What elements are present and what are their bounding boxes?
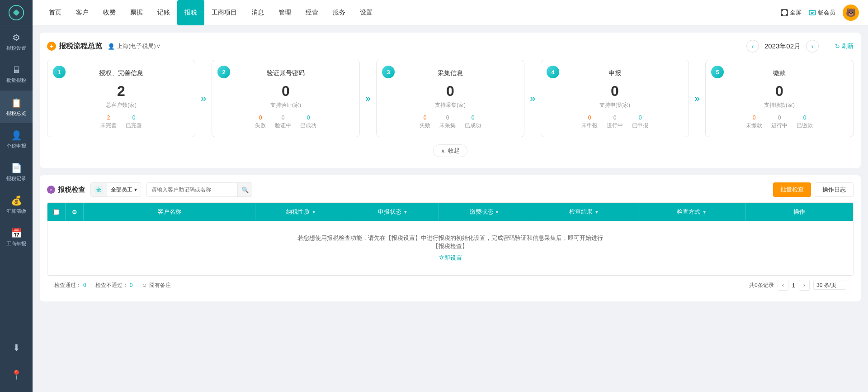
svg-rect-1	[781, 10, 788, 16]
table-footer: 检查通过： 0 检查不通过： 0 ☺ 囧有备注 共0条记录 ‹ 1	[47, 276, 854, 294]
first-page-btn[interactable]: ‹	[778, 280, 788, 291]
location-tag[interactable]: 👤 上海(电子税局)∨	[108, 42, 161, 50]
next-page-btn[interactable]: ›	[799, 280, 810, 291]
setup-link[interactable]: 立即设置	[292, 254, 609, 262]
stat-label-complete: 已完善	[126, 122, 142, 129]
svg-rect-2	[809, 10, 816, 15]
nav-operations[interactable]: 经营	[298, 0, 326, 25]
stat-success-2[interactable]: 0 已成功	[300, 115, 316, 129]
nav-management[interactable]: 管理	[271, 0, 298, 25]
step-number-1: 1	[53, 66, 66, 78]
prev-month-btn[interactable]: ‹	[746, 40, 759, 53]
stat-failed-3[interactable]: 0 失败	[420, 115, 430, 129]
stat-undeclared-4[interactable]: 0 未申报	[581, 115, 598, 129]
sidebar-item-label: 工商年报	[6, 240, 26, 247]
footer-pass-stat: 检查通过： 0	[54, 282, 86, 289]
member-btn[interactable]: 畅会员	[809, 9, 835, 17]
th-nature[interactable]: 纳税性质 ▼	[255, 203, 347, 221]
sidebar-item-tax-settings[interactable]: ⚙ 报税设置	[0, 25, 33, 58]
collapse-btn[interactable]: ∧ 收起	[433, 144, 467, 157]
nav-tax[interactable]: 报税	[177, 0, 204, 25]
sidebar-item-tax-overview[interactable]: 📋 报税总览	[0, 91, 33, 123]
th-gear[interactable]: ⚙	[66, 203, 84, 221]
sidebar-item-settlement[interactable]: 💰 汇算清缴	[0, 188, 33, 221]
nav-settings[interactable]: 设置	[353, 0, 380, 25]
staff-filter-select[interactable]: 全部员工 ▾	[107, 183, 141, 196]
nav-services[interactable]: 服务	[326, 0, 353, 25]
step-title-2: 验证账号密码	[219, 67, 352, 77]
nav-business[interactable]: 工商项目	[204, 0, 244, 25]
th-checkbox[interactable]	[47, 203, 66, 221]
stat-uncollected-3[interactable]: 0 未采集	[439, 115, 456, 129]
sidebar-item-tax-records[interactable]: 📄 报税记录	[0, 156, 33, 188]
fail-count-link[interactable]: 0	[130, 282, 133, 288]
step-stats-3: 0 失败 0 未采集 0 已成功	[384, 115, 517, 129]
stat-inprogress-4[interactable]: 0 进行中	[607, 115, 623, 129]
nav-messages[interactable]: 消息	[244, 0, 271, 25]
section-header: ○ 报税检查 全 全部员工 ▾ 🔍	[47, 182, 854, 197]
empty-message: 若您想使用报税检查功能，请先在【报税设置】中进行报税的初始化设置，完成密码验证和…	[292, 234, 609, 250]
sidebar-item-label: 批量报税	[6, 77, 26, 84]
stat-success-3[interactable]: 0 已成功	[465, 115, 481, 129]
sidebar-item-annual-report[interactable]: 📅 工商年报	[0, 221, 33, 253]
process-overview-card: + 报税流程总览 👤 上海(电子税局)∨ ‹ 2023年02月 › ↻ 刷新	[40, 33, 861, 168]
th-result[interactable]: 检查结果 ▼	[530, 203, 638, 221]
sidebar-item-download[interactable]: ⬇	[0, 335, 33, 360]
stat-complete[interactable]: 0 已完善	[126, 115, 142, 129]
card-header: + 报税流程总览 👤 上海(电子税局)∨ ‹ 2023年02月 › ↻ 刷新	[47, 40, 854, 53]
step-arrow-1: »	[195, 60, 212, 137]
process-steps: 1 授权、完善信息 2 总客户数(家) 2 未完善 0 已完善	[47, 60, 854, 137]
filter-result-icon: ▼	[594, 210, 599, 215]
gear-icon: ⚙	[72, 209, 77, 215]
stat-pending-2[interactable]: 0 验证中	[275, 115, 291, 129]
sidebar-item-personal-tax[interactable]: 👤 个税申报	[0, 123, 33, 156]
batch-check-btn[interactable]: 批量检查	[773, 182, 811, 197]
step-title-1: 授权、完善信息	[55, 67, 188, 77]
has-note: ☺ 囧有备注	[142, 282, 170, 289]
stat-inprogress-5[interactable]: 0 进行中	[771, 115, 788, 129]
nav-accounting[interactable]: 记账	[150, 0, 177, 25]
refresh-btn[interactable]: ↻ 刷新	[835, 42, 854, 50]
nav-clients[interactable]: 客户	[69, 0, 96, 25]
nav-home[interactable]: 首页	[42, 0, 69, 25]
nav-invoices[interactable]: 票据	[123, 0, 150, 25]
select-all-checkbox[interactable]	[53, 209, 59, 215]
search-input[interactable]	[147, 183, 237, 196]
operation-log-btn[interactable]: 操作日志	[815, 182, 854, 197]
note-icon: ☺	[142, 282, 147, 288]
fullscreen-btn[interactable]: 全屏	[781, 9, 802, 17]
sidebar-item-batch-tax[interactable]: 🖥 批量报税	[0, 58, 33, 91]
user-avatar[interactable]: 🐻	[843, 5, 859, 21]
process-step-3: 3 采集信息 0 支持采集(家) 0 失败 0 未采集	[376, 60, 524, 137]
main-area: 首页 客户 收费 票据 记账 报税 工商项目 消息 管理 经营 服务 设置 全屏	[33, 0, 868, 392]
sidebar-item-location[interactable]: 📍	[0, 362, 33, 387]
pass-count-link[interactable]: 0	[83, 282, 86, 288]
step-arrow-3: »	[524, 60, 541, 137]
step-subtitle-3: 支持采集(家)	[384, 101, 517, 109]
footer-fail-stat: 检查不通过： 0	[95, 282, 133, 289]
th-method[interactable]: 检查方式 ▼	[638, 203, 746, 221]
stat-incomplete[interactable]: 2 未完善	[100, 115, 117, 129]
staff-badge: 全	[94, 186, 103, 194]
tax-overview-icon: 📋	[11, 97, 22, 108]
step-stats-5: 0 未缴款 0 进行中 0 已缴款	[713, 115, 846, 129]
next-month-btn[interactable]: ›	[806, 40, 819, 53]
nav-month: ‹ 2023年02月 ›	[746, 40, 819, 53]
topnav-right: 全屏 畅会员 🐻	[781, 5, 859, 21]
process-step-1: 1 授权、完善信息 2 总客户数(家) 2 未完善 0 已完善	[47, 60, 195, 137]
stat-unpaid-5[interactable]: 0 未缴款	[746, 115, 762, 129]
stat-failed-2[interactable]: 0 失败	[255, 115, 266, 129]
stat-declared-4[interactable]: 0 已申报	[632, 115, 648, 129]
step-number-4: 4	[547, 66, 559, 78]
nav-fees[interactable]: 收费	[96, 0, 123, 25]
per-page-select[interactable]: 30 条/页	[813, 281, 846, 290]
total-records: 共0条记录	[749, 282, 774, 289]
step-number-5: 5	[711, 66, 724, 78]
staff-filter[interactable]: 全 全部员工 ▾	[90, 182, 141, 197]
sidebar: ⚙ 报税设置 🖥 批量报税 📋 报税总览 👤 个税申报 📄 报税记录 💰 汇算清…	[0, 0, 33, 392]
th-pay[interactable]: 缴费状态 ▼	[439, 203, 531, 221]
th-declare[interactable]: 申报状态 ▼	[347, 203, 439, 221]
sidebar-item-label: 报税总览	[6, 110, 26, 117]
stat-paid-5[interactable]: 0 已缴款	[797, 115, 813, 129]
search-button[interactable]: 🔍	[237, 183, 252, 196]
